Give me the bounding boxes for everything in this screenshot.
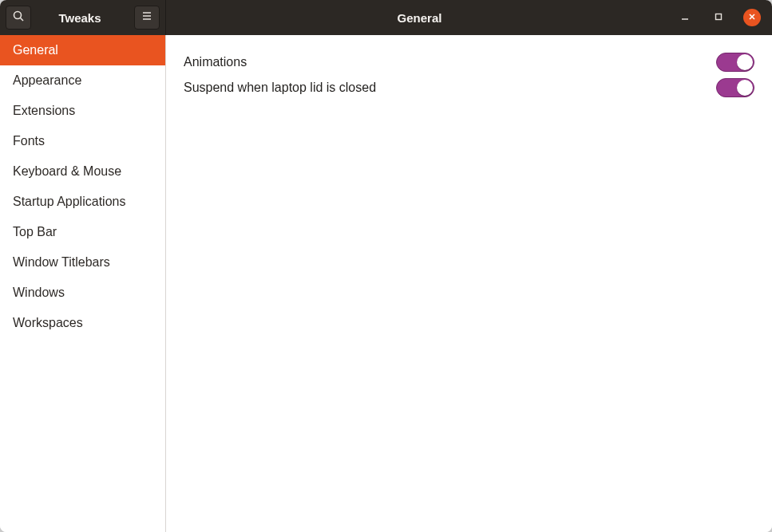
titlebar-sidebar-section: Tweaks: [0, 0, 166, 35]
sidebar-item-label: Fonts: [13, 134, 45, 148]
titlebar: Tweaks General: [0, 0, 772, 35]
search-icon: [12, 10, 25, 26]
setting-row: Animations: [184, 49, 754, 75]
menu-button[interactable]: [134, 6, 160, 30]
app-window: Tweaks General: [0, 0, 772, 532]
sidebar: GeneralAppearanceExtensionsFontsKeyboard…: [0, 35, 166, 532]
maximize-button[interactable]: [710, 9, 727, 26]
svg-point-0: [14, 12, 22, 19]
toggle-knob: [737, 80, 753, 96]
sidebar-item-label: Extensions: [13, 104, 75, 117]
toggle-switch[interactable]: [716, 53, 754, 72]
body: GeneralAppearanceExtensionsFontsKeyboard…: [0, 35, 772, 532]
setting-label: Animations: [184, 55, 247, 69]
minimize-icon: [680, 10, 690, 25]
sidebar-item-label: Startup Applications: [13, 195, 125, 208]
sidebar-item-workspaces[interactable]: Workspaces: [0, 308, 165, 338]
sidebar-item-label: Keyboard & Mouse: [13, 164, 121, 178]
sidebar-item-appearance[interactable]: Appearance: [0, 65, 165, 96]
titlebar-main-section: General: [166, 0, 772, 35]
content-area: AnimationsSuspend when laptop lid is clo…: [166, 35, 772, 532]
sidebar-item-fonts[interactable]: Fonts: [0, 126, 165, 156]
sidebar-item-general[interactable]: General: [0, 35, 165, 65]
app-title: Tweaks: [31, 11, 129, 25]
sidebar-item-label: General: [13, 43, 58, 57]
hamburger-icon: [141, 10, 153, 26]
close-button[interactable]: [743, 9, 761, 26]
maximize-icon: [714, 10, 723, 25]
window-controls: [673, 9, 772, 26]
sidebar-item-label: Window Titlebars: [13, 255, 110, 269]
minimize-button[interactable]: [676, 9, 694, 26]
sidebar-item-keyboard-mouse[interactable]: Keyboard & Mouse: [0, 156, 165, 187]
search-button[interactable]: [6, 6, 31, 30]
toggle-switch[interactable]: [716, 78, 754, 97]
toggle-knob: [737, 54, 753, 70]
sidebar-item-window-titlebars[interactable]: Window Titlebars: [0, 247, 165, 278]
sidebar-item-label: Top Bar: [13, 225, 57, 238]
sidebar-item-label: Appearance: [13, 73, 81, 87]
sidebar-item-label: Windows: [13, 286, 65, 299]
sidebar-item-top-bar[interactable]: Top Bar: [0, 217, 165, 247]
svg-rect-6: [716, 14, 722, 20]
svg-line-1: [21, 18, 24, 22]
setting-label: Suspend when laptop lid is closed: [184, 81, 376, 95]
setting-row: Suspend when laptop lid is closed: [184, 75, 754, 100]
sidebar-item-extensions[interactable]: Extensions: [0, 96, 165, 126]
sidebar-item-windows[interactable]: Windows: [0, 278, 165, 308]
sidebar-item-startup-applications[interactable]: Startup Applications: [0, 187, 165, 217]
page-title: General: [166, 11, 673, 25]
close-icon: [747, 10, 757, 25]
sidebar-item-label: Workspaces: [13, 316, 83, 329]
